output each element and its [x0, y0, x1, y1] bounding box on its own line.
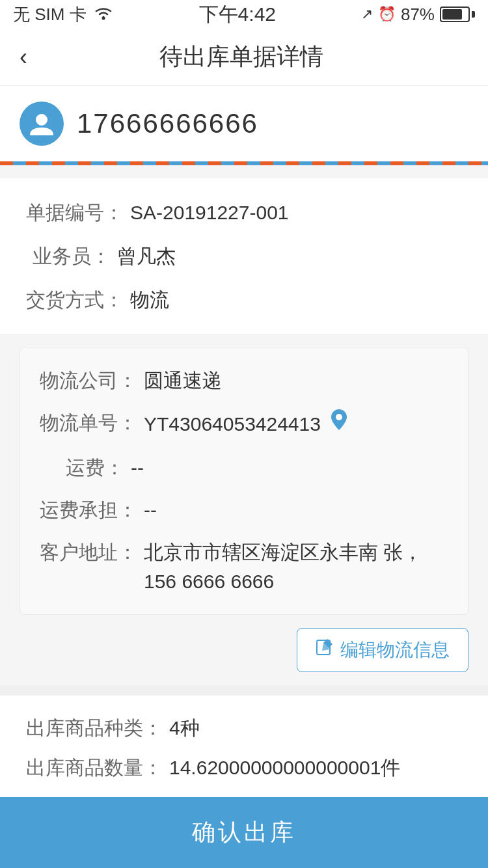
- status-bar: 无 SIM 卡 下午4:42 ↗ ⏰ 87%: [0, 0, 488, 29]
- address-row: 客户地址： 北京市市辖区海淀区永丰南 张，156 6666 6666: [40, 537, 448, 596]
- delivery-value: 物流: [130, 285, 462, 314]
- address-value: 北京市市辖区海淀区永丰南 张，156 6666 6666: [144, 537, 448, 596]
- delivery-row: 交货方式： 物流: [26, 285, 462, 314]
- edit-logistics-label: 编辑物流信息: [340, 638, 450, 662]
- svg-point-1: [36, 114, 47, 126]
- avatar: [20, 102, 64, 146]
- status-left: 无 SIM 卡: [13, 3, 114, 26]
- location-status-icon: ↗: [361, 6, 373, 23]
- carrier-text: 无 SIM 卡: [13, 3, 87, 26]
- battery-percentage: 87%: [401, 5, 435, 25]
- address-label: 客户地址：: [40, 537, 137, 567]
- freight-bear-row: 运费承担： --: [40, 495, 448, 524]
- document-number-label: 单据编号：: [26, 198, 124, 227]
- back-button[interactable]: ‹: [20, 44, 27, 71]
- edit-logistics-area: 编辑物流信息: [0, 628, 488, 685]
- goods-types-value: 4种: [169, 715, 200, 742]
- dashed-divider: [0, 161, 488, 165]
- goods-quantity-label: 出库商品数量：: [26, 755, 163, 781]
- logistics-tracking-row: 物流单号： YT43064053424413: [40, 408, 448, 440]
- salesman-label: 业务员：: [26, 241, 111, 271]
- status-right: ↗ ⏰ 87%: [361, 5, 475, 25]
- logistics-tracking-label: 物流单号：: [40, 408, 137, 437]
- tracking-location-icon: [329, 408, 349, 440]
- wifi-icon: [93, 5, 114, 25]
- edit-logistics-button[interactable]: 编辑物流信息: [297, 628, 468, 672]
- salesman-row: 业务员： 曾凡杰: [26, 241, 462, 271]
- section-divider: [0, 685, 488, 696]
- freight-bear-value: --: [144, 495, 448, 524]
- goods-quantity-row: 出库商品数量： 14.62000000000000001件: [26, 755, 462, 781]
- svg-point-0: [102, 16, 105, 20]
- goods-quantity-value: 14.62000000000000001件: [169, 755, 400, 781]
- document-number-row: 单据编号： SA-20191227-001: [26, 198, 462, 227]
- document-info-section: 单据编号： SA-20191227-001 业务员： 曾凡杰 交货方式： 物流: [0, 178, 488, 334]
- user-header: 17666666666: [0, 86, 488, 161]
- battery-icon: [440, 7, 475, 22]
- logistics-company-row: 物流公司： 圆通速递: [40, 366, 448, 395]
- freight-value: --: [131, 453, 448, 482]
- confirm-button-label: 确认出库: [192, 819, 296, 845]
- logistics-tracking-value: YT43064053424413: [144, 408, 448, 440]
- delivery-label: 交货方式：: [26, 285, 124, 314]
- logistics-company-value: 圆通速递: [144, 366, 448, 395]
- logistics-company-label: 物流公司：: [40, 366, 137, 395]
- goods-types-row: 出库商品种类： 4种: [26, 715, 462, 742]
- confirm-button-area[interactable]: 确认出库: [0, 797, 488, 868]
- freight-bear-label: 运费承担：: [40, 495, 137, 524]
- logistics-card: 物流公司： 圆通速递 物流单号： YT43064053424413 运费： --…: [20, 347, 468, 615]
- goods-section: 出库商品种类： 4种 出库商品数量： 14.62000000000000001件: [0, 696, 488, 807]
- alarm-icon: ⏰: [378, 6, 396, 23]
- page-title: 待出库单据详情: [40, 41, 442, 73]
- user-phone: 17666666666: [77, 108, 258, 139]
- svg-point-2: [336, 414, 342, 420]
- edit-icon: [316, 639, 334, 662]
- freight-label: 运费：: [40, 453, 124, 482]
- document-number-value: SA-20191227-001: [130, 198, 462, 227]
- status-time: 下午4:42: [199, 1, 276, 28]
- freight-row: 运费： --: [40, 453, 448, 482]
- salesman-value: 曾凡杰: [117, 241, 462, 271]
- nav-bar: ‹ 待出库单据详情: [0, 29, 488, 86]
- goods-types-label: 出库商品种类：: [26, 715, 163, 742]
